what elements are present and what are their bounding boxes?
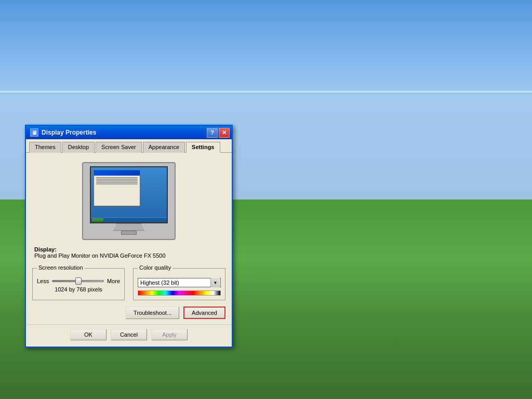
screen-start-btn: [92, 218, 103, 222]
more-label: More: [107, 278, 120, 284]
bottom-buttons: Troubleshoot... Advanced: [32, 307, 225, 319]
screen-content: [91, 167, 167, 222]
resolution-value: 1024 by 768 pixels: [37, 286, 120, 292]
desktop-divider: [0, 91, 532, 94]
screen-window-titlebar: [94, 170, 140, 176]
advanced-button[interactable]: Advanced: [183, 307, 225, 319]
screen-line-3: [96, 180, 138, 181]
ok-button[interactable]: OK: [70, 329, 107, 340]
screen-line-2: [96, 179, 138, 180]
screen-resolution-group: Screen resolution Less More 1024 by 768 …: [32, 268, 125, 300]
color-quality-legend: Color quality: [138, 264, 172, 271]
screen-line-4: [96, 182, 138, 183]
display-value: Plug and Play Monitor on NVIDIA GeForce …: [34, 252, 166, 259]
settings-row: Screen resolution Less More 1024 by 768 …: [32, 264, 225, 300]
troubleshoot-button[interactable]: Troubleshoot...: [126, 307, 179, 319]
monitor-preview: [82, 162, 176, 240]
less-label: Less: [37, 278, 49, 284]
display-info: Display: Plug and Play Monitor on NVIDIA…: [34, 246, 225, 259]
color-quality-select[interactable]: Highest (32 bit) Medium (16 bit) Low (8 …: [138, 278, 221, 287]
display-properties-dialog: 🖥 Display Properties ? ✕ Themes Desktop …: [25, 125, 233, 348]
screen-taskbar: [91, 217, 167, 222]
title-bar: 🖥 Display Properties ? ✕: [26, 126, 232, 139]
apply-button[interactable]: Apply: [151, 329, 188, 340]
dialog-title: Display Properties: [42, 129, 96, 136]
screen-mini-window: [94, 170, 140, 206]
tab-appearance[interactable]: Appearance: [143, 142, 185, 153]
tab-settings[interactable]: Settings: [186, 142, 220, 153]
monitor-screen: [90, 166, 168, 223]
color-dropdown-container: Highest (32 bit) Medium (16 bit) Low (8 …: [138, 278, 221, 287]
screen-line-1: [96, 177, 138, 178]
monitor-preview-container: [32, 162, 225, 240]
display-label: Display:: [34, 246, 57, 252]
monitor-stand: [121, 231, 137, 235]
close-button[interactable]: ✕: [219, 128, 230, 138]
title-buttons: ? ✕: [207, 128, 230, 138]
screen-resolution-legend: Screen resolution: [37, 264, 85, 271]
tab-strip: Themes Desktop Screen Saver Appearance S…: [26, 139, 232, 153]
resolution-slider-thumb[interactable]: [75, 277, 82, 285]
screen-window-content: [94, 176, 140, 186]
dialog-icon: 🖥: [30, 128, 38, 137]
help-button[interactable]: ?: [207, 128, 218, 138]
monitor-outer: [82, 162, 176, 240]
tab-screensaver[interactable]: Screen Saver: [96, 142, 142, 153]
tab-themes[interactable]: Themes: [29, 142, 61, 153]
dialog-footer: OK Cancel Apply: [26, 324, 232, 347]
slider-track: [52, 280, 104, 282]
monitor-base: [113, 223, 144, 231]
title-bar-left: 🖥 Display Properties: [30, 128, 96, 137]
dropdown-wrapper: Highest (32 bit) Medium (16 bit) Low (8 …: [138, 278, 221, 287]
cancel-button[interactable]: Cancel: [111, 329, 147, 340]
screen-line-5: [96, 183, 138, 184]
color-quality-group: Color quality Highest (32 bit) Medium (1…: [133, 268, 225, 300]
tab-desktop[interactable]: Desktop: [62, 142, 95, 153]
slider-row: Less More: [37, 278, 120, 284]
dialog-content: Display: Plug and Play Monitor on NVIDIA…: [26, 153, 232, 324]
color-quality-bar: [138, 290, 221, 296]
